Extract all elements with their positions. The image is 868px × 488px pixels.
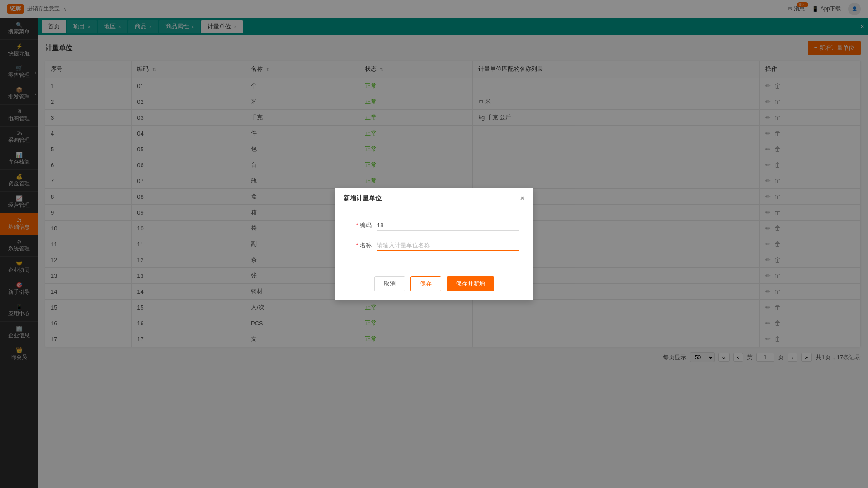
add-unit-modal: 新增计量单位 × 编码 名称 取消 保存 保存并新增 <box>335 188 533 300</box>
name-label: 名称 <box>349 241 372 249</box>
save-button[interactable]: 保存 <box>410 276 441 291</box>
modal-body: 编码 名称 <box>335 209 533 271</box>
modal-overlay[interactable]: 新增计量单位 × 编码 名称 取消 保存 保存并新增 <box>0 0 868 488</box>
form-row-name: 名称 <box>349 240 519 251</box>
modal-footer: 取消 保存 保存并新增 <box>335 271 533 300</box>
modal-title: 新增计量单位 <box>344 194 382 202</box>
cancel-button[interactable]: 取消 <box>374 276 405 291</box>
save-and-new-button[interactable]: 保存并新增 <box>447 276 494 291</box>
form-row-code: 编码 <box>349 220 519 231</box>
code-label: 编码 <box>349 221 372 230</box>
name-input[interactable] <box>377 240 519 251</box>
modal-header: 新增计量单位 × <box>335 188 533 209</box>
code-input[interactable] <box>377 220 519 231</box>
modal-close-button[interactable]: × <box>520 194 524 202</box>
